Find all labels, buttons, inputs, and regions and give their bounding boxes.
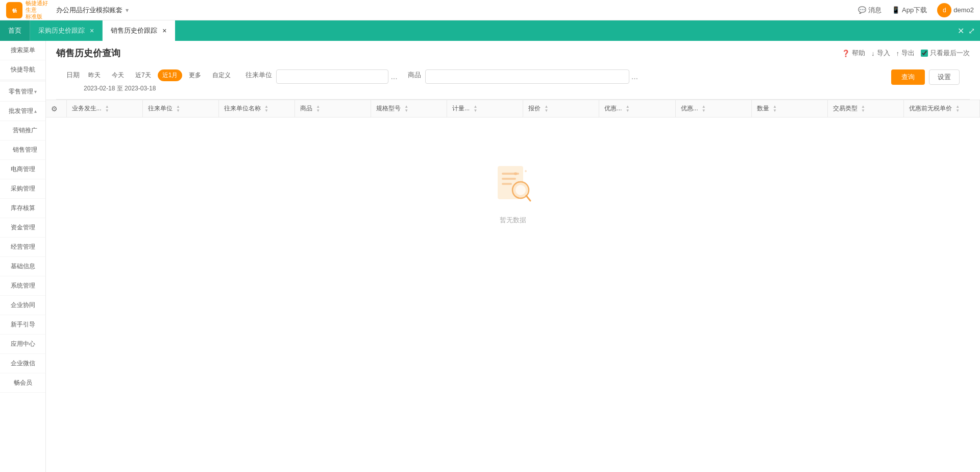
partner-input[interactable] (276, 69, 388, 84)
sidebar-item-sales-mgmt[interactable]: 销售管理 (0, 140, 45, 160)
sidebar-item-ecommerce[interactable]: 电商管理 (0, 160, 45, 179)
sort-arrows-spec: ▲ ▼ (404, 105, 408, 113)
svg-point-10 (525, 170, 527, 172)
svg-text:畅: 畅 (12, 8, 17, 13)
chevron-up-icon: ▴ (34, 108, 37, 114)
sidebar-item-operations[interactable]: 经营管理 (0, 238, 45, 257)
sidebar-item-retail-mgmt[interactable]: 零售管理 ▾ (0, 82, 45, 102)
tab-bar: 首页 采购历史价跟踪 × 销售历史价跟踪 × ✕ ⤢ (0, 20, 980, 41)
page-header: 销售历史价查询 ❓ 帮助 ↓ 导入 ↑ 导出 (46, 41, 980, 100)
svg-point-7 (516, 185, 526, 195)
goods-select: ... (425, 69, 638, 84)
goods-select-icon[interactable]: ... (631, 72, 638, 81)
maximize-icon[interactable]: ⤢ (968, 26, 975, 36)
tab-close-purchase[interactable]: × (90, 27, 94, 34)
close-window-icon[interactable]: ✕ (958, 26, 964, 36)
date-label: 日期 (66, 69, 80, 80)
sidebar-item-inventory[interactable]: 库存核算 (0, 199, 45, 218)
import-action[interactable]: ↓ 导入 (871, 49, 890, 58)
sidebar-item-wechat[interactable]: 企业微信 (0, 354, 45, 373)
goods-label: 商品 (408, 69, 421, 80)
svg-rect-4 (502, 178, 516, 180)
settings-button[interactable]: 设置 (929, 69, 960, 85)
date-btn-7days[interactable]: 近7天 (131, 69, 156, 81)
sidebar-item-purchase-mgmt[interactable]: 采购管理 (0, 179, 45, 199)
download-icon: 📱 (892, 6, 900, 14)
only-last-label[interactable]: 只看最后一次 (921, 49, 970, 58)
table-body: 暂无数据 (46, 117, 980, 266)
sort-arrows-unit: ▲ ▼ (473, 105, 477, 113)
export-action[interactable]: ↑ 导出 (896, 49, 915, 58)
only-last-checkbox[interactable] (921, 50, 928, 57)
th-discount2[interactable]: 优惠... ▲ ▼ (675, 100, 751, 117)
sidebar-item-enterprise[interactable]: 企业协同 (0, 296, 45, 315)
tab-home[interactable]: 首页 (0, 20, 30, 41)
sidebar-item-wholesale-mgmt[interactable]: 批发管理 ▴ (0, 102, 45, 121)
column-settings-icon[interactable]: ⚙ (51, 105, 58, 113)
sidebar-item-marketing[interactable]: 营销推广 (0, 121, 45, 140)
sort-arrows-business-date: ▲ ▼ (105, 105, 109, 113)
page-title-row: 销售历史价查询 ❓ 帮助 ↓ 导入 ↑ 导出 (56, 47, 970, 59)
partner-select-icon[interactable]: ... (390, 72, 397, 81)
sidebar-item-guide[interactable]: 新手引导 (0, 315, 45, 335)
th-partner-id[interactable]: 往来单位 ▲ ▼ (142, 100, 218, 117)
th-business-date[interactable]: 业务发生... ▲ ▼ (66, 100, 142, 117)
help-icon: ❓ (842, 50, 850, 57)
svg-line-8 (526, 196, 530, 201)
date-btn-yesterday[interactable]: 昨天 (84, 69, 105, 81)
sort-arrows-discount2: ▲ ▼ (702, 105, 706, 113)
logo-icon: 畅 (6, 2, 22, 18)
data-table: ⚙ 业务发生... ▲ ▼ 往来单位 ▲ (46, 100, 980, 266)
sort-arrows-quantity: ▲ ▼ (773, 105, 777, 113)
sort-arrows-trade-type: ▲ ▼ (861, 105, 865, 113)
help-action[interactable]: ❓ 帮助 (842, 49, 865, 58)
date-btn-today[interactable]: 今天 (107, 69, 129, 81)
th-pre-tax-price[interactable]: 优惠前无税单价 ▲ ▼ (903, 100, 979, 117)
sort-arrows-discount1: ▲ ▼ (626, 105, 630, 113)
app-download-btn[interactable]: 📱 App下载 (892, 6, 927, 15)
sort-arrows-partner-id: ▲ ▼ (176, 105, 180, 113)
sidebar-item-app-center[interactable]: 应用中心 (0, 335, 45, 354)
app-name: 办公用品行业模拟账套 (56, 6, 122, 15)
sidebar-item-finance[interactable]: 资金管理 (0, 218, 45, 238)
import-icon: ↓ (871, 50, 875, 57)
message-icon: 💬 (858, 6, 866, 14)
tab-close-sales[interactable]: × (162, 27, 166, 34)
th-goods[interactable]: 商品 ▲ ▼ (295, 100, 371, 117)
th-quantity[interactable]: 数量 ▲ ▼ (751, 100, 827, 117)
date-btn-custom[interactable]: 自定义 (208, 69, 235, 81)
date-range-display: 2023-02-18 至 2023-03-18 (84, 84, 235, 93)
th-partner-name[interactable]: 往来单位名称 ▲ ▼ (218, 100, 295, 117)
th-discount1[interactable]: 优惠... ▲ ▼ (599, 100, 675, 117)
sort-arrows-quote: ▲ ▼ (545, 105, 549, 113)
empty-state-row: 暂无数据 (46, 117, 980, 266)
user-menu[interactable]: d demo2 (937, 3, 974, 17)
chevron-down-icon: ▾ (34, 89, 37, 95)
query-button[interactable]: 查询 (891, 69, 925, 85)
sidebar-item-quick-nav[interactable]: 快捷导航 (0, 60, 45, 80)
goods-input[interactable] (425, 69, 629, 84)
top-bar: 畅 畅捷通好生意 标准版 办公用品行业模拟账套 ▾ 💬 消息 📱 App下载 d… (0, 0, 980, 20)
goods-filter-group: 商品 ... (408, 69, 638, 84)
th-spec[interactable]: 规格型号 ▲ ▼ (371, 100, 447, 117)
sidebar-item-basic-info[interactable]: 基础信息 (0, 257, 45, 276)
table-header-row: ⚙ 业务发生... ▲ ▼ 往来单位 ▲ (46, 100, 980, 117)
sidebar-item-search-menu[interactable]: 搜索菜单 (0, 41, 45, 60)
th-trade-type[interactable]: 交易类型 ▲ ▼ (827, 100, 903, 117)
filter-actions: 查询 设置 (891, 69, 960, 85)
date-btn-1month[interactable]: 近1月 (158, 69, 183, 81)
avatar: d (937, 3, 951, 17)
empty-state-icon (487, 158, 538, 209)
sidebar-item-member[interactable]: 畅会员 (0, 373, 45, 393)
sidebar-item-system[interactable]: 系统管理 (0, 276, 45, 296)
app-selector[interactable]: 办公用品行业模拟账套 ▾ (56, 6, 129, 15)
page-content: 销售历史价查询 ❓ 帮助 ↓ 导入 ↑ 导出 (46, 41, 980, 472)
partner-filter-group: 往来单位 ... (246, 69, 397, 84)
th-quote[interactable]: 报价 ▲ ▼ (523, 100, 599, 117)
th-unit[interactable]: 计量... ▲ ▼ (447, 100, 523, 117)
message-btn[interactable]: 💬 消息 (858, 6, 881, 15)
date-btn-more[interactable]: 更多 (184, 69, 206, 81)
tab-purchase-history[interactable]: 采购历史价跟踪 × (30, 20, 103, 41)
tab-sales-history[interactable]: 销售历史价跟踪 × (103, 20, 175, 41)
sidebar: 搜索菜单 快捷导航 零售管理 ▾ 批发管理 ▴ 营销推广 销售管理 电商管理 采… (0, 41, 46, 472)
